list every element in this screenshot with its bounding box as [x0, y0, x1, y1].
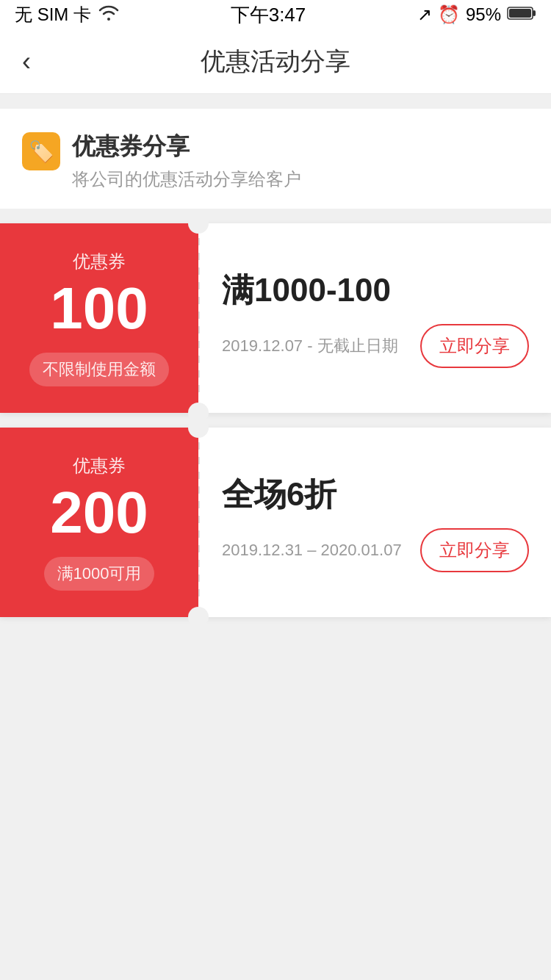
section-text: 优惠券分享 将公司的优惠活动分享给客户 [72, 131, 301, 191]
alarm-icon: ⏰ [438, 4, 460, 25]
coupon-condition-text: 满1000可用 [44, 557, 155, 591]
coupon-value-text: 100 [50, 279, 148, 338]
battery-text: 95% [466, 4, 501, 25]
coupon-meta: 2019.12.31 – 2020.01.07 立即分享 [222, 528, 529, 572]
nav-bar: ‹ 优惠活动分享 [0, 29, 551, 94]
coupon-meta: 2019.12.07 - 无截止日期 立即分享 [222, 324, 529, 368]
status-time: 下午3:47 [231, 2, 306, 28]
status-right: ↗ ⏰ 95% [417, 4, 536, 25]
svg-rect-2 [509, 9, 531, 18]
coupon-title: 全场6折 [222, 473, 529, 516]
section-subtitle: 将公司的优惠活动分享给客户 [72, 167, 301, 191]
coupon-label-text: 优惠券 [73, 250, 126, 273]
coupon-right-section: 满1000-100 2019.12.07 - 无截止日期 立即分享 [200, 223, 551, 413]
coupon-list: 优惠券 100 不限制使用金额 满1000-100 2019.12.07 - 无… [0, 223, 551, 632]
coupon-title: 满1000-100 [222, 269, 529, 312]
coupon-card: 优惠券 200 满1000可用 全场6折 2019.12.31 – 2020.0… [0, 428, 551, 617]
section-header: 🏷️ 优惠券分享 将公司的优惠活动分享给客户 [0, 109, 551, 209]
status-bar: 无 SIM 卡 下午3:47 ↗ ⏰ 95% [0, 0, 551, 29]
page-title: 优惠活动分享 [201, 45, 350, 79]
wifi-icon [98, 4, 119, 25]
coupon-left-section: 优惠券 200 满1000可用 [0, 428, 198, 617]
coupon-right-section: 全场6折 2019.12.31 – 2020.01.07 立即分享 [200, 428, 551, 617]
coupon-notch-top [188, 213, 209, 234]
content-area: 🏷️ 优惠券分享 将公司的优惠活动分享给客户 优惠券 100 不限制使用金额 满… [0, 109, 551, 980]
carrier-text: 无 SIM 卡 [15, 3, 91, 26]
coupon-value-text: 200 [50, 483, 148, 542]
svg-rect-1 [533, 10, 536, 16]
coupon-card: 优惠券 100 不限制使用金额 满1000-100 2019.12.07 - 无… [0, 223, 551, 413]
coupon-emoji-icon: 🏷️ [29, 140, 54, 164]
battery-icon [507, 4, 536, 25]
back-button[interactable]: ‹ [22, 46, 31, 77]
share-button[interactable]: 立即分享 [420, 528, 529, 572]
coupon-notch-top [188, 417, 209, 438]
coupon-left-section: 优惠券 100 不限制使用金额 [0, 223, 198, 413]
section-icon: 🏷️ [22, 132, 60, 170]
share-button[interactable]: 立即分享 [420, 324, 529, 368]
section-title: 优惠券分享 [72, 131, 301, 163]
coupon-date-range: 2019.12.07 - 无截止日期 [222, 335, 413, 357]
location-icon: ↗ [417, 4, 432, 25]
status-left: 无 SIM 卡 [15, 3, 119, 26]
coupon-date-range: 2019.12.31 – 2020.01.07 [222, 541, 413, 560]
coupon-label-text: 优惠券 [73, 454, 126, 478]
coupon-notch-bottom [188, 607, 209, 627]
coupon-condition-text: 不限制使用金额 [29, 353, 169, 386]
